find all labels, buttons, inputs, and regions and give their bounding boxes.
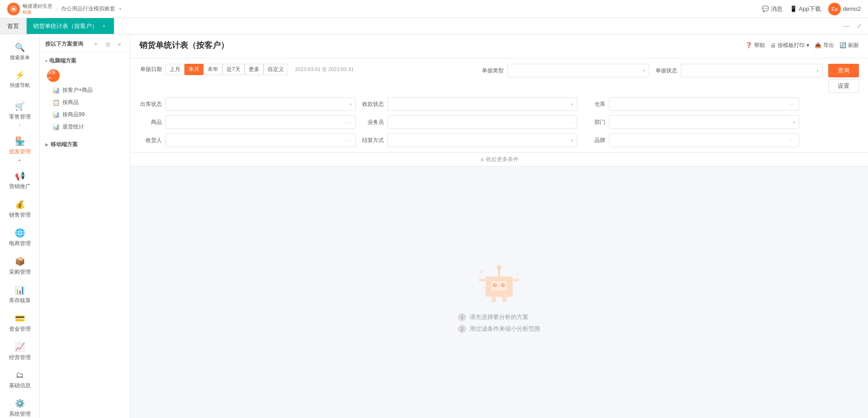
receiver-label: 收货人 [139, 137, 162, 144]
warehouse-select[interactable]: ··· [609, 97, 799, 111]
breadcrumb-arrow-icon[interactable]: ▾ [119, 6, 122, 12]
tab-collapse-button[interactable]: — [841, 21, 852, 32]
doc-type-arrow-icon: ▾ [643, 68, 645, 73]
scheme-item-by-customer[interactable]: 按客户 [40, 67, 130, 84]
svg-point-7 [503, 284, 505, 285]
date-label: 单据日期 [139, 66, 162, 73]
breadcrumb-title: 办公用品行业模拟账套 [61, 5, 115, 13]
date-btn-more[interactable]: 更多 [245, 64, 264, 75]
receiver-select[interactable]: ··· [165, 133, 356, 147]
sidebar-item-finance[interactable]: 💳 资金管理 [0, 309, 39, 337]
data-area: 1 请先选择要分析的方案 2 用过滤条件来缩小分析范围 [130, 166, 868, 418]
collapse-bar[interactable]: ∧ 收起更多条件 [130, 153, 868, 166]
finance-icon: 💳 [15, 314, 25, 323]
top-bar: 畅捷通好生意 标版 | 办公用品行业模拟账套 ▾ 💬 消息 📱 App下载 Ea… [0, 0, 868, 18]
sidebar-item-operation[interactable]: 📈 经营管理 [0, 337, 39, 366]
sidebar-item-marketing[interactable]: 📢 营销推广 [0, 166, 39, 195]
sidebar-item-inventory[interactable]: 📊 库存核算 [0, 280, 39, 309]
scheme-settings-button[interactable]: ◎ [103, 39, 113, 49]
tab-expand-button[interactable]: ⤢ [854, 21, 864, 32]
purchase-icon: 📦 [15, 256, 25, 266]
sidebar-item-wholesale[interactable]: 🏪 批发管理 ▴ [0, 132, 39, 166]
top-bar-right: 💬 消息 📱 App下载 Ea demo2 [762, 3, 861, 15]
empty-hint-1: 1 请先选择要分析的方案 [458, 313, 540, 321]
query-button[interactable]: 查询 [828, 64, 859, 77]
message-button[interactable]: 💬 消息 [762, 5, 783, 13]
user-menu[interactable]: Ea demo2 [828, 3, 861, 15]
help-button[interactable]: ❓ 帮助 [745, 42, 765, 49]
date-button-group: 上月 本月 本年 近7天 更多 自定义 [165, 64, 288, 75]
tab-bar: 首页 销货单统计表（按客户） × — ⤢ [0, 18, 868, 34]
doc-type-select[interactable]: ▾ [507, 64, 649, 77]
scheme-collapse-button[interactable]: « [114, 39, 124, 49]
doc-status-select[interactable]: ▾ [681, 64, 823, 77]
date-btn-thisyear[interactable]: 本年 [203, 64, 222, 75]
mobile-group-header[interactable]: ▶ 移动端方案 [40, 138, 130, 151]
desktop-group-header[interactable]: ▾ 电脑端方案 [40, 55, 130, 67]
receive-status-select[interactable]: ▾ [387, 97, 578, 111]
sidebar-item-ecommerce[interactable]: 🌐 电商管理 [0, 223, 39, 252]
wholesale-icon: 🏪 [15, 136, 25, 146]
sidebar-item-search[interactable]: 🔍 搜索菜单 [0, 38, 39, 66]
tab-bar-actions: — ⤢ [841, 18, 868, 34]
page-header: 销货单统计表（按客户） ❓ 帮助 🖨 按模板打印 ▾ 📤 [130, 34, 868, 58]
scheme-table-icon-2: 📊 [52, 111, 60, 118]
product-select[interactable]: ··· [165, 115, 356, 129]
staff-label: 业务员 [361, 119, 384, 126]
receive-status-arrow-icon: ▾ [571, 102, 573, 107]
basic-icon: 🗂 [16, 370, 24, 380]
date-btn-custom[interactable]: 自定义 [264, 64, 288, 75]
desktop-arrow-icon: ▾ [45, 58, 47, 63]
scheme-add-button[interactable]: + [91, 39, 101, 49]
collapse-icon: ∧ [480, 157, 484, 163]
svg-rect-3 [491, 281, 507, 291]
dept-select[interactable]: ▾ [609, 115, 799, 129]
scheme-panel: 按以下方案查询 + ◎ « ▾ 电脑端方案 按客户 [40, 34, 130, 418]
date-btn-last7days[interactable]: 近7天 [222, 64, 245, 75]
page-header-top: 销货单统计表（按客户） ❓ 帮助 🖨 按模板打印 ▾ 📤 [139, 40, 859, 51]
settlement-select[interactable]: ▾ [387, 133, 578, 147]
tab-close-icon[interactable]: × [100, 23, 108, 30]
receive-status-label: 收款状态 [361, 100, 384, 108]
setting-button[interactable]: 设置 [828, 79, 859, 93]
sidebar-item-quicknav[interactable]: ⚡ 快捷导航 [0, 66, 39, 93]
tab-home[interactable]: 首页 [0, 18, 27, 34]
brand-select[interactable]: ··· [609, 133, 799, 147]
scheme-chart-icon-1: 📊 [52, 87, 60, 94]
date-btn-lastmonth[interactable]: 上月 [165, 64, 184, 75]
sidebar: 🔍 搜索菜单 ⚡ 快捷导航 🛒 零售管理 ▾ 🏪 批发管理 ▴ 📢 营销推广 💰… [0, 34, 40, 418]
scheme-item-by-customer-product[interactable]: 📊 按客户+商品 [40, 84, 130, 96]
sidebar-item-retail[interactable]: 🛒 零售管理 ▾ [0, 97, 39, 132]
sidebar-item-purchase[interactable]: 📦 采购管理 [0, 252, 39, 280]
mobile-scheme-group: ▶ 移动端方案 [40, 136, 130, 153]
scheme-item-by-product[interactable]: 📋 按商品 [40, 96, 130, 109]
tab-sales-stats[interactable]: 销货单统计表（按客户） × [27, 18, 114, 34]
out-status-select[interactable]: ▾ [165, 97, 356, 111]
dept-arrow-icon: ▾ [793, 120, 795, 125]
sidebar-item-basic[interactable]: 🗂 基础信息 [0, 366, 39, 394]
sidebar-item-system[interactable]: ⚙️ 系统管理 [0, 394, 39, 418]
help-icon: ❓ [745, 42, 752, 48]
scheme-item-return-stats[interactable]: 📊 退货统计 [40, 121, 130, 133]
sidebar-item-sales[interactable]: 💰 销售管理 [0, 195, 39, 223]
scheme-panel-header: 按以下方案查询 + ◎ « [40, 34, 130, 52]
scheme-item-by-product99[interactable]: 📊 按商品99 [40, 109, 130, 121]
search-icon: 🔍 [15, 43, 25, 52]
product-label: 商品 [139, 119, 162, 126]
receiver-dots: ··· [345, 137, 352, 144]
export-button[interactable]: 📤 导出 [815, 42, 834, 49]
app-download-button[interactable]: 📱 App下载 [790, 5, 821, 13]
staff-select[interactable]: ··· [387, 115, 578, 129]
app-icon: 📱 [790, 5, 797, 12]
svg-rect-12 [491, 297, 496, 302]
brand-label: 品牌 [583, 137, 605, 144]
refresh-button[interactable]: 🔄 刷新 [840, 42, 859, 49]
retail-arrow-icon: ▾ [19, 123, 21, 127]
hint-num-1: 1 [458, 313, 466, 321]
desktop-scheme-group: ▾ 电脑端方案 按客户 📊 按客户+商品 📋 按商品 [40, 52, 130, 136]
warehouse-dots: ··· [788, 100, 795, 108]
date-btn-thismonth[interactable]: 本月 [184, 64, 203, 75]
brand-dots: ··· [788, 137, 795, 144]
system-icon: ⚙️ [15, 399, 25, 408]
print-button[interactable]: 🖨 按模板打印 ▾ [770, 42, 809, 49]
